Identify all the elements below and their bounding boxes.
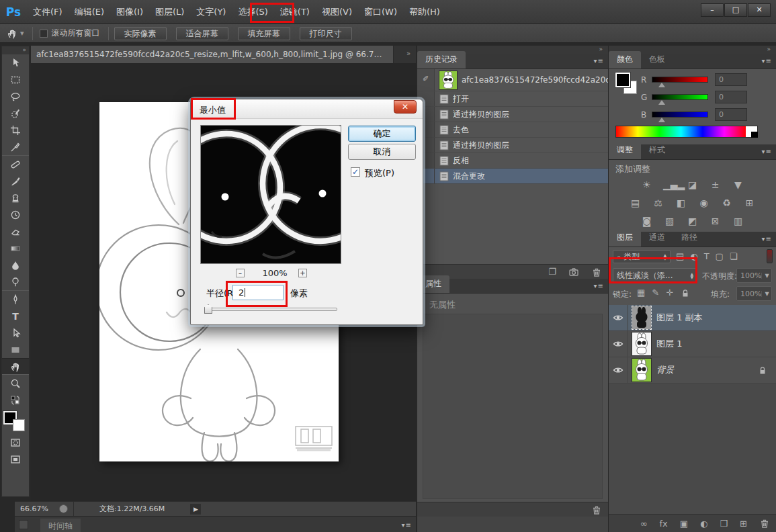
layers-tab-0[interactable]: 图层: [609, 229, 641, 247]
layer-filter-toggle[interactable]: [767, 249, 773, 263]
layer-style-fx-icon[interactable]: fx: [660, 519, 668, 529]
color-tab-0[interactable]: 颜色: [609, 51, 641, 69]
clone-stamp-tool[interactable]: [2, 189, 29, 206]
delete-state-icon[interactable]: [591, 267, 602, 277]
black-white-icon[interactable]: ◧: [675, 197, 687, 209]
color-lookup-icon[interactable]: ⊞: [743, 197, 756, 209]
layer-visibility-toggle[interactable]: [609, 357, 628, 383]
new-adjustment-layer-icon[interactable]: ◐: [700, 519, 707, 529]
color-balance-icon[interactable]: ⚖: [652, 197, 664, 209]
selective-color-icon[interactable]: ⊠: [709, 215, 722, 227]
opacity-value[interactable]: 100%▼: [736, 268, 772, 283]
type-tool[interactable]: T: [2, 308, 29, 324]
radius-slider[interactable]: [204, 308, 337, 311]
filter-smart-objects-icon[interactable]: ❏: [730, 251, 738, 261]
marquee-tool[interactable]: [2, 71, 29, 88]
layer-row-2[interactable]: 背景: [609, 357, 776, 384]
zoom-level[interactable]: 66.67%: [15, 504, 54, 513]
ok-button[interactable]: 确定: [348, 126, 416, 142]
blur-tool[interactable]: [2, 257, 29, 273]
history-snapshot-row[interactable]: ✐ afc1ea8376515472fe590fccd42a20c5_r...: [417, 69, 608, 91]
brightness-contrast-icon[interactable]: ☀: [640, 179, 653, 191]
color-spectrum-ramp[interactable]: [615, 126, 758, 138]
history-step-5[interactable]: 混合更改: [417, 169, 608, 184]
tab-overflow-icon[interactable]: »: [401, 46, 416, 63]
new-layer-icon[interactable]: ⊞: [740, 519, 747, 529]
menu-h[interactable]: 帮助(H): [403, 0, 446, 24]
channel-b-slider[interactable]: B0: [641, 108, 747, 121]
tools-collapse-icon[interactable]: »: [2, 46, 29, 54]
delete-layer-icon[interactable]: [759, 518, 770, 529]
filter-preview[interactable]: [200, 125, 341, 264]
new-group-icon[interactable]: ❒: [720, 519, 728, 529]
vibrance-icon[interactable]: ▼: [732, 179, 744, 191]
shape-tool[interactable]: [2, 341, 29, 358]
quick-select-tool[interactable]: [2, 105, 29, 122]
minimize-button[interactable]: –: [701, 3, 724, 17]
spectrum-black-swatch[interactable]: [751, 132, 758, 138]
lock-pixels-icon[interactable]: ✎: [652, 287, 659, 298]
hue-saturation-icon[interactable]: ▤: [629, 197, 642, 209]
hand-tool-icon[interactable]: [7, 28, 17, 39]
brush-tool[interactable]: [2, 173, 29, 189]
preview-zoom-in-button[interactable]: +: [298, 269, 307, 277]
tab-history[interactable]: 历史记录: [417, 51, 466, 69]
status-expand-icon[interactable]: ▶: [190, 504, 201, 515]
history-step-2[interactable]: 去色: [417, 122, 608, 138]
menu-l[interactable]: 图层(L): [149, 0, 190, 24]
move-tool[interactable]: [2, 54, 29, 71]
color-menu-icon[interactable]: ▾≡: [762, 57, 772, 64]
eraser-tool[interactable]: [2, 223, 29, 240]
adjustments-tab-1[interactable]: 样式: [641, 142, 673, 159]
lasso-tool[interactable]: [2, 88, 29, 105]
channel-g-slider[interactable]: G0: [641, 91, 747, 103]
adjustments-tab-0[interactable]: 调整: [609, 142, 641, 159]
channel-r-slider[interactable]: R0: [641, 73, 747, 86]
fill-value[interactable]: 100%▼: [736, 286, 772, 301]
preview-zoom-out-button[interactable]: –: [236, 269, 245, 277]
link-layers-icon[interactable]: ∞: [640, 519, 648, 529]
exposure-icon[interactable]: ±: [709, 179, 722, 191]
properties-menu-icon[interactable]: ▾≡: [594, 282, 604, 290]
gradient-map-icon[interactable]: ▥: [732, 215, 744, 227]
posterize-icon[interactable]: ▨: [663, 215, 676, 227]
maximize-button[interactable]: □: [724, 3, 747, 17]
lock-transparent-icon[interactable]: ▦: [637, 287, 645, 298]
layers-menu-icon[interactable]: ▾≡: [762, 235, 772, 242]
layer-thumbnail[interactable]: [632, 359, 651, 382]
add-layer-mask-icon[interactable]: ▣: [680, 519, 688, 529]
tab-timeline[interactable]: 时间轴: [40, 519, 81, 532]
pen-tool[interactable]: [2, 291, 29, 308]
menu-w[interactable]: 窗口(W): [358, 0, 403, 24]
photo-filter-icon[interactable]: ◉: [697, 197, 710, 209]
color-tab-1[interactable]: 色板: [641, 51, 673, 69]
curves-icon[interactable]: ◪: [686, 179, 699, 191]
layer-row-1[interactable]: 图层 1: [609, 331, 776, 357]
menu-f[interactable]: 文件(F): [27, 0, 69, 24]
menu-e[interactable]: 编辑(E): [69, 0, 110, 24]
hand-tool[interactable]: [2, 358, 29, 375]
color-foreground-swatch[interactable]: [615, 73, 630, 87]
scroll-all-windows-checkbox[interactable]: [40, 30, 48, 38]
foreground-background-swatches[interactable]: [2, 408, 29, 434]
dialog-close-button[interactable]: ✕: [394, 100, 417, 114]
lock-all-icon[interactable]: [680, 287, 691, 298]
dodge-tool[interactable]: [2, 273, 29, 290]
options-button[interactable]: 适合屏幕: [176, 27, 228, 40]
invert-icon[interactable]: ◙: [640, 215, 653, 227]
cancel-button[interactable]: 取消: [348, 144, 416, 160]
layer-thumbnail[interactable]: [632, 306, 651, 329]
layer-visibility-toggle[interactable]: [609, 305, 628, 330]
zoom-tool[interactable]: [2, 375, 29, 392]
new-snapshot-icon[interactable]: [568, 267, 579, 277]
layer-row-0[interactable]: 图层 1 副本: [609, 305, 776, 331]
close-button[interactable]: ✕: [748, 3, 771, 17]
lock-position-icon[interactable]: ✛: [666, 287, 673, 298]
filter-type-layers-icon[interactable]: T: [704, 251, 709, 261]
quick-mask-button[interactable]: [2, 434, 29, 451]
menu-v[interactable]: 视图(V): [316, 0, 358, 24]
document-tab[interactable]: afc1ea8376515472fe590fccd42a20c5_resize,…: [31, 46, 394, 63]
history-step-1[interactable]: 通过拷贝的图层: [417, 107, 608, 122]
history-step-3[interactable]: 通过拷贝的图层: [417, 138, 608, 153]
layer-thumbnail[interactable]: [632, 332, 651, 355]
